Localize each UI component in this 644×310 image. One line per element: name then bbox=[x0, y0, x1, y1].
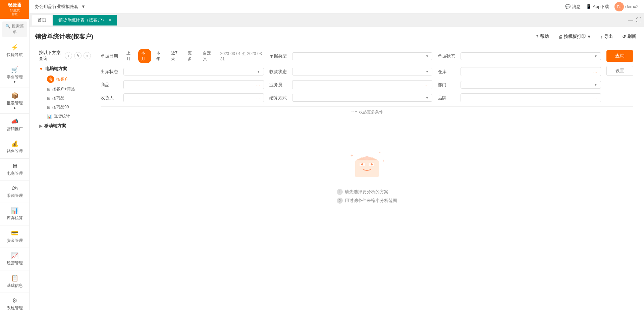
grid-icon-2: ⊞ bbox=[47, 96, 50, 101]
download-icon: 📱 bbox=[586, 4, 591, 9]
warehouse-control[interactable]: … bbox=[461, 67, 601, 76]
sidebar-item-quicknav[interactable]: ⚡ 快捷导航 bbox=[0, 40, 29, 62]
tabs-bar: 首页 销货单统计表（按客户） ✕ — ⛶ bbox=[30, 13, 644, 27]
out-status-control[interactable]: ▼ bbox=[123, 68, 264, 75]
sidebar-item-operations[interactable]: 📈 经营管理 bbox=[0, 248, 29, 270]
tree-desktop-parent[interactable]: ▼ 电脑端方案 bbox=[35, 64, 95, 74]
custom-btn[interactable]: 自定义 bbox=[200, 49, 216, 63]
filter-row-date: 单据日期 上月 本月 本年 bbox=[101, 49, 601, 63]
tab-home[interactable]: 首页 bbox=[32, 15, 52, 25]
product-control[interactable]: … bbox=[123, 80, 264, 89]
tree-item-by-customer-product[interactable]: ⊞ 按客户+商品 bbox=[38, 85, 95, 94]
sidebar-item-retail[interactable]: 🛒 零售管理 ▼ bbox=[0, 62, 29, 88]
sidebar-item-wholesale[interactable]: 📦 批发管理 ▲ bbox=[0, 88, 29, 114]
out-status-chevron: ▼ bbox=[257, 70, 260, 73]
date-range-value: 2023-03-01 至 2023-03-31 bbox=[220, 51, 264, 61]
page-title: 销货单统计表(按客户) bbox=[35, 33, 93, 41]
purchase-icon: 🛍 bbox=[12, 185, 18, 192]
add-scheme-btn[interactable]: + bbox=[65, 52, 72, 59]
filter-row-receiver: 收货人 … 结算方式 ▼ bbox=[101, 93, 601, 102]
tree-desktop-label: 电脑端方案 bbox=[45, 66, 67, 72]
logo-area: 畅捷通 好生意 标版 bbox=[0, 0, 29, 19]
filter-department: 部门 ▼ bbox=[438, 81, 601, 89]
filter-row-status: 出库状态 ▼ 收款状态 ▼ bbox=[101, 67, 601, 76]
doc-type-control[interactable]: ▼ bbox=[292, 52, 433, 60]
product-dots: … bbox=[256, 82, 260, 87]
tree-item-by-product-99[interactable]: ⊞ 按商品99 bbox=[38, 103, 95, 112]
collapse-more-btn[interactable]: ⌃⌃ 收起更多条件 bbox=[101, 107, 633, 118]
export-btn[interactable]: ↑ 导出 bbox=[598, 32, 616, 41]
tree-item-by-product[interactable]: ⊞ 按商品 bbox=[38, 94, 95, 103]
salesperson-control[interactable]: … bbox=[292, 80, 433, 89]
user-menu[interactable]: Ea demo2 bbox=[614, 2, 639, 11]
doc-type-chevron: ▼ bbox=[425, 54, 429, 58]
filter-row-product: 商品 … 业务员 … bbox=[101, 80, 601, 89]
header-left: 办公用品行业模拟账套 ▼ bbox=[35, 4, 86, 10]
tab-expand-btn[interactable]: ⛶ bbox=[636, 17, 641, 23]
settings-btn[interactable]: 设置 bbox=[606, 66, 633, 76]
tip-num-2: 2 bbox=[337, 198, 343, 204]
message-btn[interactable]: 💬 消息 bbox=[565, 4, 581, 10]
this-month-btn[interactable]: 本月 bbox=[138, 49, 151, 63]
sidebar-item-inventory[interactable]: 📊 库存核算 bbox=[0, 203, 29, 225]
empty-state: ✦ ✦ ✦ 1 请先选择要分析的方案 2 用过滤条件来缩小分析范围 bbox=[101, 122, 633, 226]
this-year-btn[interactable]: 本年 bbox=[153, 49, 166, 63]
last-7-days-btn[interactable]: 近7天 bbox=[168, 49, 183, 63]
sidebar-item-ecommerce[interactable]: 🖥 电商管理 bbox=[0, 159, 29, 181]
sidebar-item-system[interactable]: ⚙ 系统管理 bbox=[0, 293, 29, 310]
bar-icon: 📊 bbox=[47, 114, 52, 119]
query-btn[interactable]: 查询 bbox=[606, 50, 633, 62]
sidebar-nav: ⚡ 快捷导航 🛒 零售管理 ▼ 📦 批发管理 ▲ 📣 营销推广 💰 销售管理 🖥… bbox=[0, 40, 29, 310]
search-menu[interactable]: 🔍 搜索菜单 bbox=[2, 21, 27, 37]
collapse-up-icon: ⌃⌃ bbox=[351, 110, 358, 115]
grid-icon-1: ⊞ bbox=[47, 87, 50, 92]
left-panel-header: 按以下方案查询 + ✎ « bbox=[35, 48, 95, 64]
tab-minimize-btn[interactable]: — bbox=[628, 17, 633, 23]
tab-close-btn[interactable]: ✕ bbox=[108, 18, 112, 22]
doc-status-control[interactable]: ▼ bbox=[461, 52, 601, 60]
warehouse-dots: … bbox=[593, 69, 597, 74]
payment-control[interactable]: ▼ bbox=[292, 94, 433, 102]
sales-stat-tab-label: 销货单统计表（按客户） bbox=[58, 17, 106, 23]
page-content: 销货单统计表(按客户) ? 帮助 🖨 按模板打印 ▼ ↑ 导出 ↺ 刷新 bbox=[30, 27, 644, 310]
doc-status-chevron: ▼ bbox=[594, 54, 597, 58]
collapse-left-btn[interactable]: « bbox=[84, 52, 91, 59]
sidebar-item-finance[interactable]: 💳 资金管理 bbox=[0, 225, 29, 248]
industry-dropdown-icon[interactable]: ▼ bbox=[81, 4, 86, 9]
tree-item-by-customer[interactable]: 客 按客户 bbox=[38, 74, 95, 85]
filter-payment: 结算方式 ▼ bbox=[269, 94, 433, 102]
empty-tips: 1 请先选择要分析的方案 2 用过滤条件来缩小分析范围 bbox=[337, 189, 397, 206]
left-panel: 按以下方案查询 + ✎ « bbox=[35, 45, 95, 297]
help-btn[interactable]: ? 帮助 bbox=[533, 32, 551, 41]
doc-type-label: 单据类型 bbox=[269, 53, 289, 59]
tab-sales-stat[interactable]: 销货单统计表（按客户） ✕ bbox=[53, 15, 117, 25]
sidebar-item-purchase[interactable]: 🛍 采购管理 bbox=[0, 181, 29, 203]
collect-status-control[interactable]: ▼ bbox=[292, 68, 433, 75]
tree-item-return-stat[interactable]: 📊 退货统计 bbox=[38, 112, 95, 121]
app-download-btn[interactable]: 📱 App下载 bbox=[586, 4, 609, 10]
empty-tip-1: 1 请先选择要分析的方案 bbox=[337, 189, 397, 195]
filter-warehouse: 仓库 … bbox=[438, 67, 601, 76]
help-icon: ? bbox=[536, 34, 539, 39]
empty-tip-2: 2 用过滤条件来缩小分析范围 bbox=[337, 198, 397, 204]
department-control[interactable]: ▼ bbox=[461, 81, 601, 89]
more-btn[interactable]: 更多 bbox=[185, 49, 198, 63]
refresh-btn[interactable]: ↺ 刷新 bbox=[620, 32, 639, 41]
sidebar-item-basic[interactable]: 📋 基础信息 bbox=[0, 270, 29, 293]
prev-month-btn[interactable]: 上月 bbox=[123, 49, 136, 63]
filter-salesperson: 业务员 … bbox=[269, 80, 433, 89]
avatar: Ea bbox=[614, 2, 624, 11]
brand-control[interactable]: … bbox=[461, 93, 601, 102]
receiver-control[interactable]: … bbox=[123, 93, 264, 102]
sidebar-item-marketing[interactable]: 📣 营销推广 bbox=[0, 114, 29, 136]
export-icon: ↑ bbox=[601, 34, 603, 39]
svg-rect-0 bbox=[355, 160, 379, 177]
tree-mobile-parent[interactable]: ▶ 移动端方案 bbox=[35, 121, 95, 131]
sidebar-item-sales[interactable]: 💰 销售管理 bbox=[0, 136, 29, 159]
filter-brand: 品牌 … bbox=[438, 93, 601, 102]
svg-point-3 bbox=[361, 163, 363, 165]
doc-status-label: 单据状态 bbox=[438, 53, 458, 59]
edit-scheme-btn[interactable]: ✎ bbox=[74, 52, 82, 59]
print-btn[interactable]: 🖨 按模板打印 ▼ bbox=[555, 32, 594, 41]
basic-icon: 📋 bbox=[11, 274, 18, 282]
